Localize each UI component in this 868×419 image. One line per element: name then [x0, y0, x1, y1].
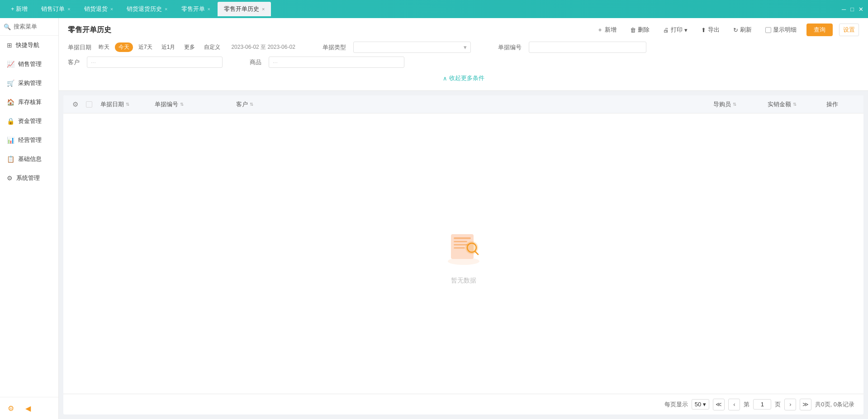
- tab-home[interactable]: + 新增: [5, 2, 34, 16]
- th-customer[interactable]: 客户 ⇅: [232, 100, 710, 108]
- refresh-icon: ↻: [733, 27, 738, 33]
- th-guide[interactable]: 导购员 ⇅: [710, 100, 764, 108]
- collapse-up-icon: ∧: [443, 75, 447, 82]
- date-opt-more[interactable]: 更多: [180, 42, 199, 52]
- product-dots: ···: [273, 59, 278, 66]
- sidebar-item-finance[interactable]: 🔒 资金管理: [0, 112, 58, 131]
- th-amount[interactable]: 实销金额 ⇅: [764, 100, 823, 108]
- th-action: 操作: [823, 100, 859, 108]
- filter-docnumber-item: 单据编号: [498, 42, 646, 53]
- sidebar: 🔍 搜索菜单 ⊞ 快捷导航 📈 销售管理 🛒 采购管理 🏠 库存核算 🔒 资金管…: [0, 18, 59, 419]
- date-opt-7days[interactable]: 近7天: [135, 42, 156, 52]
- page-input[interactable]: [753, 399, 771, 410]
- tab-retail-bill-history-close[interactable]: ×: [262, 6, 265, 12]
- next-page-btn[interactable]: ›: [784, 399, 796, 410]
- sidebar-item-quick-nav[interactable]: ⊞ 快捷导航: [0, 36, 58, 55]
- tab-retail-bill-close[interactable]: ×: [208, 6, 210, 12]
- tab-sales-order-label: 销售订单: [41, 5, 65, 13]
- export-icon: ⬆: [701, 27, 706, 33]
- tab-sales-order[interactable]: 销售订单 ×: [35, 2, 76, 16]
- last-page-btn[interactable]: ≫: [800, 399, 811, 410]
- date-opt-yesterday[interactable]: 昨天: [95, 42, 113, 52]
- sidebar-item-inventory-label: 库存核算: [18, 98, 42, 106]
- th-customer-sort-icon: ⇅: [250, 102, 253, 107]
- doctype-select[interactable]: ▾: [353, 42, 471, 53]
- display-label: 显示明细: [773, 26, 797, 34]
- tab-retail-bill[interactable]: 零售开单 ×: [175, 2, 217, 16]
- date-filter-label: 单据日期: [68, 43, 91, 52]
- search-icon: 🔍: [4, 24, 11, 30]
- th-customer-label: 客户: [236, 100, 248, 108]
- export-button[interactable]: ⬆ 导出: [697, 24, 723, 36]
- table-settings-icon[interactable]: ⚙: [71, 98, 79, 111]
- display-checkbox[interactable]: [765, 27, 771, 33]
- print-button[interactable]: 🖨 打印 ▾: [659, 24, 691, 36]
- pagination: 每页显示 50 ▾ ≪ ‹ 第 页 › ≫: [63, 394, 863, 414]
- date-opt-today[interactable]: 今天: [115, 42, 133, 52]
- customer-select[interactable]: ···: [87, 56, 223, 68]
- add-button[interactable]: ＋ 新增: [593, 24, 620, 36]
- settings-button[interactable]: 设置: [839, 24, 859, 36]
- collapse-label: 收起更多条件: [449, 74, 484, 82]
- query-button[interactable]: 查询: [806, 24, 833, 36]
- maximize-btn[interactable]: □: [850, 6, 854, 13]
- filter-doctype-item: 单据类型 ▾: [323, 42, 471, 53]
- minimize-btn[interactable]: ─: [842, 6, 846, 13]
- sidebar-item-operation[interactable]: 📊 经营管理: [0, 131, 58, 150]
- tab-return[interactable]: 销货退货 ×: [78, 2, 119, 16]
- sidebar-item-operation-label: 经营管理: [18, 136, 42, 144]
- prev-page-btn[interactable]: ‹: [728, 399, 740, 410]
- docnumber-input[interactable]: [529, 42, 646, 53]
- display-detail-button[interactable]: 显示明细: [762, 24, 800, 36]
- empty-illustration: [441, 223, 486, 269]
- first-page-btn[interactable]: ≪: [713, 399, 725, 410]
- th-guide-label: 导购员: [713, 100, 731, 108]
- refresh-button[interactable]: ↻ 刷新: [730, 24, 755, 36]
- th-number-label: 单据编号: [155, 100, 178, 108]
- product-select[interactable]: ···: [269, 56, 404, 68]
- select-all-checkbox[interactable]: [86, 101, 92, 108]
- svg-rect-2: [454, 237, 471, 239]
- close-btn[interactable]: ✕: [859, 6, 863, 13]
- main-layout: 🔍 搜索菜单 ⊞ 快捷导航 📈 销售管理 🛒 采购管理 🏠 库存核算 🔒 资金管…: [0, 18, 868, 419]
- per-page-select[interactable]: 50 ▾: [692, 399, 709, 410]
- sidebar-item-purchase-mgmt[interactable]: 🛒 采购管理: [0, 74, 58, 93]
- refresh-label: 刷新: [740, 26, 752, 34]
- sidebar-search[interactable]: 🔍 搜索菜单: [0, 18, 58, 36]
- sidebar-item-inventory[interactable]: 🏠 库存核算: [0, 93, 58, 112]
- tab-sales-order-close[interactable]: ×: [67, 6, 70, 12]
- th-number[interactable]: 单据编号 ⇅: [151, 100, 232, 108]
- customer-dots: ···: [91, 59, 96, 66]
- filter-customer-item: 客户 ···: [68, 56, 223, 68]
- date-opt-custom[interactable]: 自定义: [200, 42, 224, 52]
- sidebar-item-base-info-label: 基础信息: [18, 155, 42, 163]
- date-options: 昨天 今天 近7天 近1月 更多 自定义: [95, 42, 224, 52]
- operation-icon: 📊: [7, 137, 14, 144]
- sidebar-settings-btn[interactable]: ⚙: [5, 402, 17, 414]
- sidebar-search-label: 搜索菜单: [14, 23, 37, 31]
- th-settings: ⚙: [68, 98, 82, 111]
- page-header: 零售开单历史 ＋ 新增 🗑 删除 🖨 打印 ▾: [59, 18, 868, 91]
- sidebar-collapse-btn[interactable]: ◀: [22, 402, 34, 414]
- delete-button[interactable]: 🗑 删除: [626, 24, 653, 36]
- date-opt-1month[interactable]: 近1月: [158, 42, 179, 52]
- tab-return-close[interactable]: ×: [110, 6, 113, 12]
- settings-label: 设置: [843, 26, 855, 34]
- tab-retail-bill-history-label: 零售开单历史: [224, 5, 259, 13]
- sidebar-item-sales-mgmt[interactable]: 📈 销售管理: [0, 55, 58, 74]
- empty-svg: [441, 223, 486, 268]
- tab-retail-bill-history[interactable]: 零售开单历史 ×: [218, 2, 271, 16]
- tab-return-history-close[interactable]: ×: [165, 6, 167, 12]
- print-label: 打印: [671, 26, 683, 34]
- sys-mgmt-icon: ⚙: [7, 174, 13, 182]
- tab-return-history[interactable]: 销货退货历史 ×: [120, 2, 174, 16]
- collapse-btn[interactable]: ∧ 收起更多条件: [443, 72, 484, 84]
- page-unit: 页: [775, 400, 781, 409]
- filter-row-1: 单据日期 昨天 今天 近7天 近1月 更多 自定义 2023-06-02 至 2…: [68, 42, 859, 53]
- add-label: 新增: [605, 26, 617, 34]
- add-icon: ＋: [597, 26, 603, 34]
- th-guide-sort-icon: ⇅: [733, 102, 736, 107]
- sidebar-item-sys-mgmt[interactable]: ⚙ 系统管理: [0, 169, 58, 188]
- th-date[interactable]: 单据日期 ⇅: [97, 100, 151, 108]
- sidebar-item-base-info[interactable]: 📋 基础信息: [0, 150, 58, 169]
